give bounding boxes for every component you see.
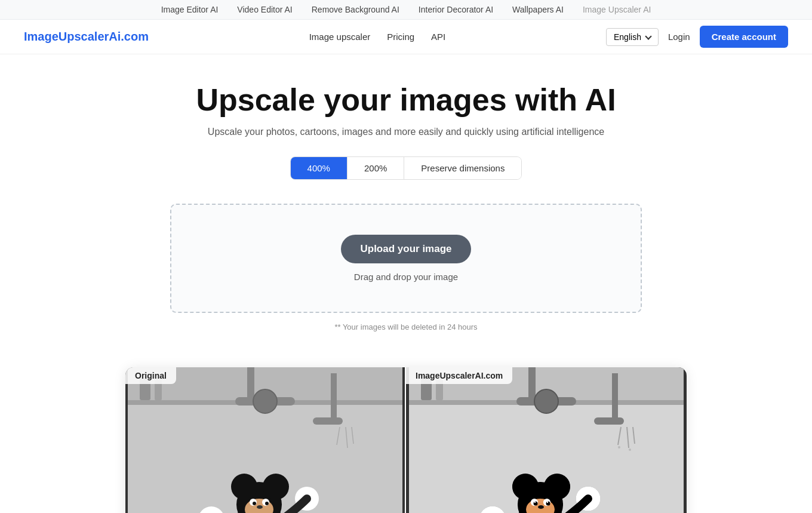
topbar-link-wallpapers[interactable]: Wallpapers AI: [512, 5, 564, 14]
disclaimer-text: ** Your images will be deleted in 24 hou…: [12, 322, 800, 331]
svg-point-7: [253, 389, 277, 413]
svg-rect-5: [247, 367, 254, 400]
svg-point-60: [618, 446, 620, 449]
language-label: English: [614, 32, 641, 42]
svg-point-21: [253, 502, 256, 505]
chevron-down-icon: [645, 33, 651, 39]
upload-button[interactable]: Upload your image: [341, 235, 470, 263]
svg-rect-32: [421, 376, 432, 400]
svg-point-23: [257, 505, 263, 509]
topbar-link-video-editor[interactable]: Video Editor AI: [237, 5, 292, 14]
svg-point-17: [263, 474, 289, 500]
svg-point-61: [629, 449, 631, 451]
svg-rect-37: [612, 373, 618, 421]
svg-point-53: [547, 502, 548, 503]
hero-title: Upscale your images with AI: [12, 83, 800, 117]
nav-actions: English Login Create account: [606, 26, 788, 48]
top-bar: Image Editor AI Video Editor AI Remove B…: [0, 0, 812, 20]
login-button[interactable]: Login: [668, 32, 690, 42]
create-account-button[interactable]: Create account: [700, 26, 788, 48]
scale-200-button[interactable]: 200%: [347, 157, 404, 179]
svg-point-22: [265, 502, 269, 505]
scale-preserve-button[interactable]: Preserve dimensions: [404, 157, 521, 179]
svg-rect-3: [140, 376, 150, 400]
svg-rect-38: [594, 417, 624, 425]
scale-400-button[interactable]: 400%: [291, 157, 347, 179]
svg-rect-33: [436, 379, 443, 400]
svg-rect-9: [313, 417, 343, 425]
site-logo[interactable]: ImageUpscalerAi.com: [24, 30, 149, 44]
nav-links: Image upscaler Pricing API: [309, 32, 446, 42]
language-selector[interactable]: English: [606, 28, 659, 46]
drag-drop-text: Drag and drop your image: [183, 272, 629, 282]
svg-point-52: [534, 502, 536, 503]
topbar-link-remove-bg[interactable]: Remove Background AI: [312, 5, 399, 14]
upscaled-svg: [406, 367, 687, 513]
svg-point-46: [544, 474, 570, 500]
nav-api[interactable]: API: [431, 32, 445, 42]
original-svg: [125, 367, 405, 513]
upscaled-image: [406, 367, 687, 513]
main-nav: ImageUpscalerAi.com Image upscaler Prici…: [0, 20, 812, 54]
comparison-images: [125, 367, 687, 513]
svg-point-16: [231, 474, 257, 500]
scale-button-group: 400% 200% Preserve dimensions: [290, 156, 522, 180]
svg-point-54: [538, 505, 544, 509]
svg-rect-34: [528, 367, 536, 400]
topbar-link-upscaler[interactable]: Image Upscaler AI: [583, 5, 651, 14]
svg-point-45: [512, 474, 539, 500]
nav-image-upscaler[interactable]: Image upscaler: [309, 32, 371, 42]
svg-rect-4: [155, 379, 162, 400]
upload-area[interactable]: Upload your image Drag and drop your ima…: [170, 204, 642, 313]
nav-pricing[interactable]: Pricing: [387, 32, 414, 42]
hero-section: Upscale your images with AI Upscale your…: [0, 54, 812, 367]
scale-options: 400% 200% Preserve dimensions: [12, 156, 800, 192]
hero-subtitle: Upscale your photos, cartoons, images an…: [12, 127, 800, 137]
svg-point-36: [534, 389, 558, 413]
topbar-link-image-editor[interactable]: Image Editor AI: [161, 5, 219, 14]
topbar-link-interior[interactable]: Interior Decorator AI: [419, 5, 493, 14]
original-image: [125, 367, 406, 513]
comparison-section: Original ImageUpscalerAI.com: [125, 367, 687, 513]
svg-rect-8: [331, 373, 337, 421]
